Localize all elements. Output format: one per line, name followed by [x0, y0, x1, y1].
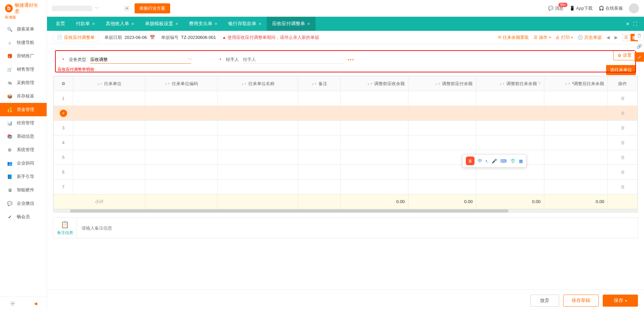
tab-3[interactable]: 单据模板设置✕: [140, 17, 184, 31]
logo-icon: b: [5, 4, 13, 12]
col-pre-ap[interactable]: ▲▼调整前应付余额: [408, 76, 476, 91]
ime-grid-icon[interactable]: ▦: [519, 159, 523, 164]
remark-input[interactable]: [77, 218, 638, 238]
sidebar-item-box[interactable]: 📦库存核算: [0, 89, 47, 103]
col-post-bal[interactable]: ▲▼*调整后往来余额: [544, 76, 608, 91]
sidebar-item-team[interactable]: 👥企业协同: [0, 157, 47, 170]
app-download[interactable]: 📱 App下载: [569, 5, 593, 11]
discard-button[interactable]: 放弃: [530, 295, 559, 307]
calendar-icon[interactable]: 📅: [150, 35, 155, 40]
online-service[interactable]: 🎧 在线客服: [599, 5, 623, 11]
sidebar-item-search[interactable]: 🔍搜索菜单: [0, 22, 47, 36]
messages-button[interactable]: 💬 消息 99+: [548, 5, 563, 11]
tab-0[interactable]: 首页: [50, 17, 70, 31]
sidebar-item-cart[interactable]: 🛒销售管理: [0, 63, 47, 76]
tab-5[interactable]: 银行存取款单✕: [223, 17, 267, 31]
close-icon[interactable]: ✕: [258, 22, 261, 26]
table-row[interactable]: +🗑: [54, 106, 638, 121]
delete-row-button[interactable]: 🗑: [608, 91, 638, 106]
delete-row-button[interactable]: 🗑: [608, 150, 638, 165]
table-row[interactable]: 5🗑: [54, 150, 638, 165]
add-row-button[interactable]: +: [60, 110, 67, 117]
biz-type-input[interactable]: [90, 56, 191, 64]
logo-subtitle: 标准版: [0, 15, 47, 22]
next-icon[interactable]: ▶: [614, 35, 618, 40]
table-row[interactable]: 1🗑: [54, 91, 638, 106]
tab-2[interactable]: 其他收入单✕: [100, 17, 140, 31]
tab-close-all[interactable]: ✕: [626, 21, 630, 26]
rail-expand-icon[interactable]: ⤢: [635, 52, 644, 62]
history-icon: 🕘: [578, 35, 583, 40]
print-dropdown[interactable]: 🖨打印▾: [555, 35, 573, 41]
ime-toolbar[interactable]: S 中 •, 🎤 ⌨ 👕 ▦: [462, 154, 527, 168]
h-scrollbar[interactable]: [53, 209, 638, 212]
topbar: ﹀ 体验行业方案 💬 消息 99+ 📱 App下载 🎧 在线客服: [47, 0, 644, 17]
close-icon[interactable]: ✕: [92, 22, 95, 26]
col-name[interactable]: ▲▼往来单位名称: [217, 76, 298, 91]
close-icon[interactable]: ✕: [214, 22, 217, 26]
sidebar-item-home[interactable]: ⌂快捷导航: [0, 36, 47, 49]
tab-1[interactable]: 付款单✕: [70, 17, 100, 31]
col-pre-bal[interactable]: ▲▼调整前往来余额 ?: [476, 76, 544, 91]
collapse-icon[interactable]: ◀: [34, 301, 37, 306]
sidebar-item-hw[interactable]: 🖥智能硬件: [0, 183, 47, 197]
table-row[interactable]: 6🗑: [54, 165, 638, 180]
ime-lang[interactable]: 中: [478, 158, 482, 164]
close-icon[interactable]: ✕: [131, 22, 134, 26]
ime-shirt-icon[interactable]: 👕: [510, 159, 515, 164]
col-remark[interactable]: ▲▼备注: [298, 76, 340, 91]
ops-dropdown[interactable]: ☰操作▾: [534, 35, 551, 41]
sidebar-item-doc[interactable]: 📊经营管理: [0, 116, 47, 130]
handler-input[interactable]: [243, 56, 344, 64]
hw-icon: 🖥: [7, 187, 13, 193]
tab-4[interactable]: 费用支出单✕: [184, 17, 223, 31]
tab-expand[interactable]: ⛶: [633, 21, 637, 26]
chevron-down-icon: ﹀: [95, 5, 99, 11]
table-row[interactable]: 3🗑: [54, 121, 638, 135]
sidebar-item-bag[interactable]: 🛍采购管理: [0, 76, 47, 89]
rail-attach-icon[interactable]: 🔗: [635, 42, 644, 51]
view-list[interactable]: ☰: [623, 34, 630, 41]
settings-icon[interactable]: [9, 301, 15, 307]
col-unit[interactable]: ▲▼往来单位: [73, 76, 145, 91]
sidebar-item-money[interactable]: 💰资金管理: [0, 103, 47, 116]
avatar[interactable]: [629, 3, 639, 13]
sidebar-item-guide[interactable]: 📘新手引导: [0, 170, 47, 183]
ime-logo-icon: S: [466, 157, 475, 165]
sidebar-item-book[interactable]: 📚基础信息: [0, 130, 47, 143]
sidebar-item-gift[interactable]: 🎁营销推广: [0, 49, 47, 63]
trial-button[interactable]: 体验行业方案: [135, 3, 170, 13]
sidebar-item-sys[interactable]: ⚙系统管理: [0, 143, 47, 157]
rail-note-icon[interactable]: 🗒: [635, 31, 644, 40]
ime-keyboard-icon[interactable]: ⌨: [500, 159, 507, 164]
prev-icon[interactable]: ◀: [606, 35, 610, 40]
delete-row-button[interactable]: 🗑: [608, 121, 638, 135]
close-icon[interactable]: ✕: [307, 22, 310, 26]
save-button[interactable]: 保存▾: [603, 295, 638, 307]
save-draft-button[interactable]: 保存草稿: [563, 295, 599, 307]
delete-row-button[interactable]: 🗑: [608, 106, 638, 121]
ime-mic-icon[interactable]: 🎤: [492, 159, 497, 164]
history-button[interactable]: 🕘历史单据: [578, 35, 602, 41]
tab-6[interactable]: 应收应付调整单✕: [267, 17, 315, 31]
sidebar-item-label: 企业微信: [17, 200, 34, 206]
gear-icon[interactable]: [124, 5, 130, 11]
close-icon[interactable]: ✕: [175, 22, 178, 26]
delete-row-button[interactable]: 🗑: [608, 165, 638, 180]
handler-more-icon[interactable]: •••: [348, 57, 354, 62]
gift-icon: 🎁: [7, 53, 13, 59]
col-gear[interactable]: ⚙: [54, 76, 73, 91]
reget-balance-button[interactable]: ⟲往来余额重取: [498, 35, 529, 41]
delete-row-button[interactable]: 🗑: [608, 135, 638, 150]
ime-punct-icon[interactable]: •,: [486, 159, 488, 164]
col-pre-ar[interactable]: ▲▼调整前应收余额: [340, 76, 408, 91]
delete-row-button[interactable]: 🗑: [608, 180, 638, 194]
company-select[interactable]: ﹀: [52, 5, 119, 11]
sidebar-item-vip[interactable]: ✔畅会员: [0, 210, 47, 224]
table-row[interactable]: 7🗑: [54, 180, 638, 194]
chevron-down-icon[interactable]: ﹀: [188, 57, 193, 63]
sidebar-item-wx[interactable]: 💬企业微信: [0, 197, 47, 210]
svg-point-0: [12, 303, 13, 304]
table-row[interactable]: 4🗑: [54, 135, 638, 150]
col-code[interactable]: ▲▼往来单位编码: [145, 76, 217, 91]
